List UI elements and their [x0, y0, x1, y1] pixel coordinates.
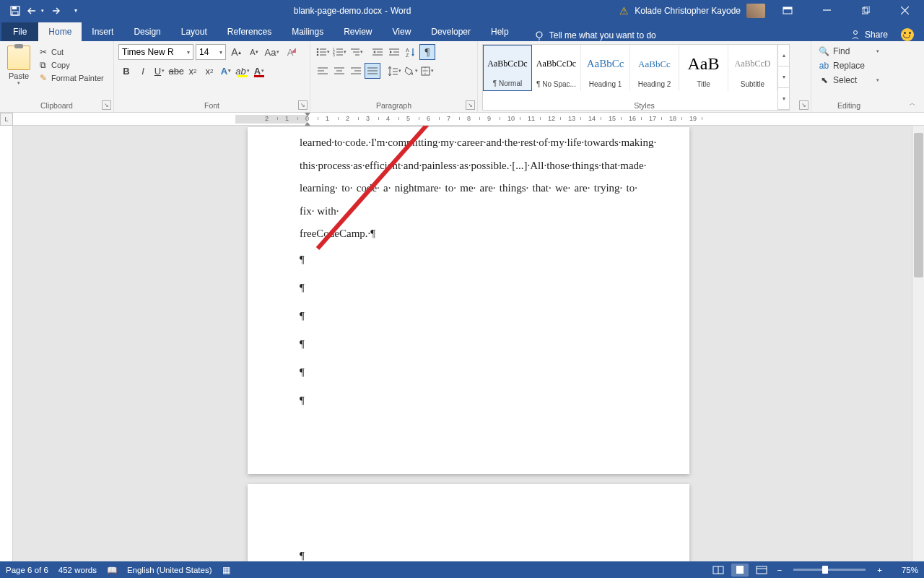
justify-button[interactable]: [365, 63, 380, 79]
print-layout-button[interactable]: [731, 564, 749, 577]
feedback-button[interactable]: [901, 28, 914, 41]
tab-file[interactable]: File: [1, 22, 38, 41]
tab-developer[interactable]: Developer: [421, 22, 481, 41]
language-indicator[interactable]: English (United States): [127, 566, 212, 574]
tab-review[interactable]: Review: [334, 22, 382, 41]
paragraph-mark[interactable]: ¶: [300, 358, 637, 387]
qat-customize[interactable]: ▾: [66, 1, 85, 20]
copy-button[interactable]: ⧉Copy: [35, 59, 107, 71]
maximize-button[interactable]: [849, 0, 882, 21]
ribbon-display-options[interactable]: [771, 0, 804, 21]
tab-layout[interactable]: Layout: [171, 22, 217, 41]
cut-button[interactable]: ✂Cut: [35, 46, 107, 58]
style-heading-2[interactable]: AaBbCcHeading 2: [630, 45, 679, 91]
font-size-combo[interactable]: 14▾: [196, 44, 226, 60]
highlight-button[interactable]: ab▾: [235, 63, 250, 79]
line-spacing-button[interactable]: ▾: [386, 63, 402, 79]
doc-line[interactable]: this·process·as·efficient·and·painless·a…: [300, 155, 637, 178]
replace-button[interactable]: abReplace: [816, 59, 882, 72]
bold-button[interactable]: B: [118, 63, 134, 79]
web-layout-button[interactable]: [753, 564, 770, 577]
paragraph-mark[interactable]: ¶: [300, 246, 637, 274]
horizontal-ruler[interactable]: 21012345678910111213141516171819: [13, 113, 924, 126]
increase-indent-button[interactable]: [386, 44, 402, 60]
font-name-combo[interactable]: Times New R▾: [118, 44, 193, 60]
tab-references[interactable]: References: [217, 22, 282, 41]
select-button[interactable]: ⬉Select▾: [816, 73, 882, 87]
paragraph-dialog-launcher[interactable]: ↘: [466, 100, 475, 110]
vertical-ruler[interactable]: [0, 126, 13, 576]
decrease-indent-button[interactable]: [370, 44, 385, 60]
borders-button[interactable]: ▾: [419, 63, 435, 79]
superscript-button[interactable]: x2: [201, 63, 217, 79]
zoom-slider-thumb[interactable]: [822, 566, 828, 574]
tab-home[interactable]: Home: [38, 22, 82, 41]
tab-view[interactable]: View: [383, 22, 422, 41]
subscript-button[interactable]: x2: [185, 63, 201, 79]
change-case-button[interactable]: Aa▾: [264, 44, 280, 60]
document-scroll[interactable]: learned·to·code.·I'm·committing·my·caree…: [13, 126, 924, 576]
read-mode-button[interactable]: [710, 564, 727, 577]
shrink-font-button[interactable]: A▾: [246, 44, 262, 60]
tab-mailings[interactable]: Mailings: [282, 22, 334, 41]
zoom-in-button[interactable]: +: [874, 566, 885, 574]
paragraph-mark[interactable]: ¶: [300, 387, 637, 415]
clipboard-dialog-launcher[interactable]: ↘: [102, 100, 111, 110]
tab-insert[interactable]: Insert: [82, 22, 123, 41]
spellcheck-icon[interactable]: 📖: [107, 565, 117, 575]
gallery-down[interactable]: ▾: [778, 66, 789, 88]
sort-button[interactable]: AZ: [403, 44, 419, 60]
align-right-button[interactable]: [348, 63, 364, 79]
doc-line[interactable]: learning· to· code· a· nightmare· to· me…: [300, 177, 637, 223]
italic-button[interactable]: I: [135, 63, 151, 79]
align-center-button[interactable]: [331, 63, 347, 79]
paragraph-mark[interactable]: ¶: [300, 274, 637, 302]
font-dialog-launcher[interactable]: ↘: [298, 100, 308, 110]
bullets-button[interactable]: ▾: [315, 44, 331, 60]
underline-button[interactable]: U▾: [152, 63, 167, 79]
tab-help[interactable]: Help: [481, 22, 519, 41]
clear-formatting-button[interactable]: A◢: [282, 44, 298, 60]
undo-button[interactable]: ▾: [26, 1, 45, 20]
grow-font-button[interactable]: A▴: [228, 44, 244, 60]
multilevel-list-button[interactable]: ▾: [348, 44, 364, 60]
tab-design[interactable]: Design: [123, 22, 170, 41]
style---no-spac---[interactable]: AaBbCcDc¶ No Spac...: [532, 45, 581, 91]
collapse-ribbon-button[interactable]: ︿: [905, 98, 920, 109]
style---normal[interactable]: AaBbCcDc¶ Normal: [483, 45, 532, 91]
zoom-slider[interactable]: [793, 569, 866, 571]
numbering-button[interactable]: 123▾: [331, 44, 347, 60]
page-indicator[interactable]: Page 6 of 6: [6, 566, 48, 574]
doc-line[interactable]: freeCodeCamp.·¶: [300, 223, 637, 246]
font-color-button[interactable]: A▾: [251, 63, 267, 79]
word-count[interactable]: 452 words: [58, 566, 97, 574]
style-title[interactable]: AaBTitle: [679, 45, 728, 91]
shading-button[interactable]: ▾: [403, 63, 419, 79]
user-avatar[interactable]: [746, 4, 765, 18]
style-heading-1[interactable]: AaBbCcHeading 1: [581, 45, 630, 91]
doc-line[interactable]: learned·to·code.·I'm·committing·my·caree…: [300, 131, 637, 155]
tell-me[interactable]: Tell me what you want to do: [526, 30, 663, 41]
share-button[interactable]: Share: [850, 30, 888, 40]
close-button[interactable]: [888, 0, 921, 21]
zoom-out-button[interactable]: −: [775, 566, 785, 574]
page-6[interactable]: learned·to·code.·I'm·committing·my·caree…: [248, 127, 689, 474]
styles-dialog-launcher[interactable]: ↘: [799, 100, 808, 110]
scrollbar-thumb[interactable]: [914, 133, 923, 277]
paragraph-mark[interactable]: ¶: [300, 330, 637, 358]
align-left-button[interactable]: [315, 63, 331, 79]
format-painter-button[interactable]: ✎Format Painter: [35, 72, 107, 84]
find-button[interactable]: 🔍Find▾: [816, 44, 882, 58]
minimize-button[interactable]: [810, 0, 843, 21]
tab-selector[interactable]: L: [0, 113, 13, 126]
gallery-up[interactable]: ▴: [778, 45, 789, 66]
zoom-level[interactable]: 75%: [889, 566, 918, 574]
save-button[interactable]: [6, 1, 25, 20]
vertical-scrollbar[interactable]: [912, 126, 924, 576]
style-subtitle[interactable]: AaBbCcDSubtitle: [728, 45, 777, 91]
strikethrough-button[interactable]: abc: [168, 63, 184, 79]
show-hide-paragraph-marks-button[interactable]: ¶: [419, 44, 435, 60]
macro-indicator[interactable]: ▦: [222, 565, 230, 575]
redo-button[interactable]: [46, 1, 65, 20]
text-effects-button[interactable]: A▾: [218, 63, 234, 79]
